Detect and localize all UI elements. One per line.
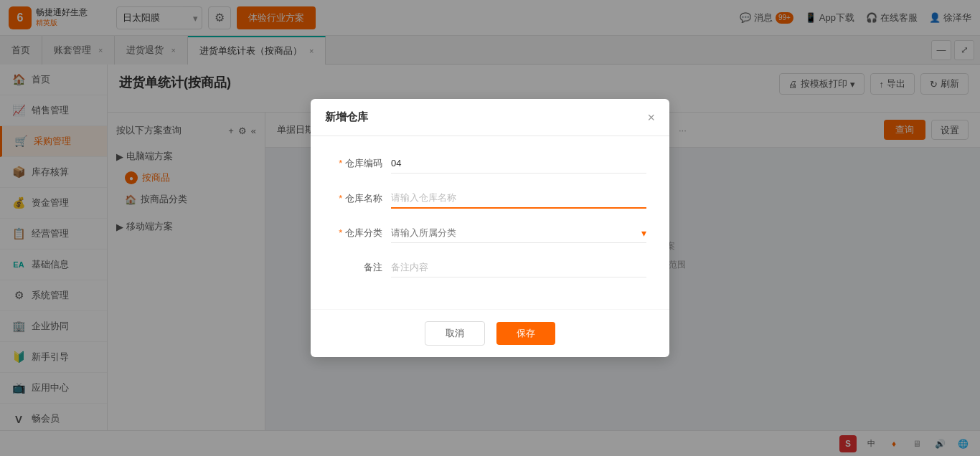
- warehouse-category-select-row: ▾: [391, 223, 646, 243]
- notes-label: 备注: [334, 261, 391, 274]
- warehouse-name-input[interactable]: [391, 188, 646, 209]
- cancel-button[interactable]: 取消: [425, 321, 485, 346]
- modal-title: 新增仓库: [325, 110, 368, 124]
- modal-header: 新增仓库 ×: [311, 99, 669, 136]
- modal-close-button[interactable]: ×: [647, 111, 655, 124]
- modal-body: 仓库编码 仓库名称 仓库分类 ▾ 备注: [311, 136, 669, 309]
- warehouse-code-label: 仓库编码: [334, 157, 391, 170]
- notes-input[interactable]: [391, 257, 646, 277]
- warehouse-category-input[interactable]: [391, 223, 641, 242]
- form-row-code: 仓库编码: [334, 153, 646, 174]
- category-dropdown-icon[interactable]: ▾: [641, 227, 646, 239]
- modal-footer: 取消 保存: [311, 309, 669, 357]
- modal-overlay[interactable]: 新增仓库 × 仓库编码 仓库名称 仓库分类 ▾: [0, 0, 980, 456]
- save-button[interactable]: 保存: [496, 322, 555, 345]
- warehouse-category-label: 仓库分类: [334, 227, 391, 239]
- form-row-notes: 备注: [334, 257, 646, 277]
- form-row-category: 仓库分类 ▾: [334, 223, 646, 243]
- form-row-name: 仓库名称: [334, 188, 646, 209]
- warehouse-name-label: 仓库名称: [334, 192, 391, 205]
- warehouse-code-input[interactable]: [391, 153, 646, 174]
- new-warehouse-modal: 新增仓库 × 仓库编码 仓库名称 仓库分类 ▾: [311, 99, 669, 357]
